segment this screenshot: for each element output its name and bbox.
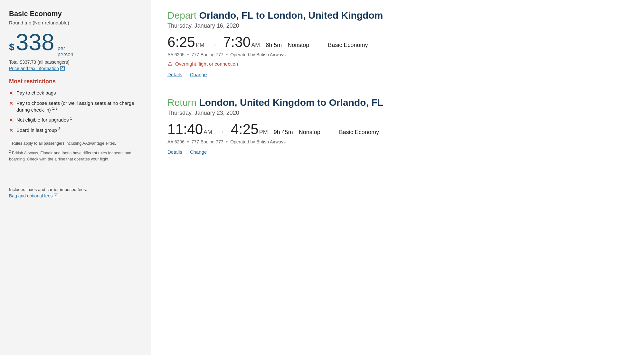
depart-nonstop: Nonstop	[288, 42, 309, 49]
return-flight-number: AA 6206	[167, 139, 185, 144]
depart-details-link[interactable]: Details	[167, 72, 182, 77]
depart-operated: Operated by British Airways	[230, 52, 286, 57]
depart-arrive-value: 7:30AM	[223, 35, 260, 49]
return-times: 11:40AM → 4:25PM 9h 45m Nonstop Basic Ec…	[167, 122, 628, 136]
return-header: Return London, United Kingdom to Orlando…	[167, 97, 628, 116]
x-icon: ✕	[9, 100, 13, 107]
external-link-icon	[60, 66, 65, 71]
depart-times: 6:25PM → 7:30AM 8h 5m Nonstop Basic Econ…	[167, 35, 628, 49]
depart-label: Depart	[167, 10, 196, 21]
restrictions-title: Most restrictions	[9, 78, 142, 85]
arrow-icon: →	[218, 128, 225, 136]
separator: ▪	[226, 52, 228, 58]
separator: ▪	[226, 139, 228, 145]
return-arrive-value: 4:25PM	[231, 122, 268, 136]
return-operated: Operated by British Airways	[230, 139, 286, 144]
x-icon: ✕	[9, 127, 13, 134]
restriction-text: Pay to choose seats (or we'll assign sea…	[16, 100, 142, 113]
depart-flight-number: AA 6205	[167, 52, 185, 57]
depart-change-link[interactable]: Change	[190, 72, 207, 77]
external-link-icon	[54, 194, 58, 198]
price-tax-link[interactable]: Price and tax information	[9, 66, 142, 71]
restriction-text: Board in last group 2	[16, 127, 60, 133]
bag-link[interactable]: Bag and optional fees	[9, 193, 142, 198]
warning-icon: ⚠	[167, 60, 173, 67]
arrow-icon: →	[210, 41, 217, 49]
sidebar-title: Basic Economy	[9, 10, 142, 18]
return-links: Details | Change	[167, 149, 628, 155]
depart-header: Depart Orlando, FL to London, United Kin…	[167, 10, 628, 29]
restriction-item-bags: ✕ Pay to check bags	[9, 89, 142, 96]
depart-date: Thursday, January 16, 2020	[167, 23, 628, 29]
return-details-link[interactable]: Details	[167, 149, 182, 155]
price-dollar-sign: $	[9, 41, 14, 52]
return-nonstop: Nonstop	[299, 129, 320, 136]
depart-route-title: Depart Orlando, FL to London, United Kin…	[167, 10, 628, 21]
overnight-warning: ⚠ Overnight flight or connection	[167, 60, 628, 67]
main-content: Depart Orlando, FL to London, United Kin…	[151, 0, 644, 355]
footer-text: Includes taxes and carrier imposed fees.	[9, 187, 142, 192]
price-row: $ 338 perperson	[9, 31, 142, 58]
price-amount: 338	[16, 31, 54, 54]
return-label: Return	[167, 97, 196, 108]
restriction-item-upgrades: ✕ Not eligible for upgrades 1	[9, 116, 142, 123]
depart-aircraft: 777-Boeing 777	[192, 52, 223, 57]
price-total: Total $337.73 (all passengers)	[9, 59, 142, 65]
return-cabin: Basic Economy	[339, 129, 379, 136]
return-aircraft: 777-Boeing 777	[192, 139, 223, 144]
footnote-1: 1 Rules apply to all passengers includin…	[9, 140, 142, 147]
depart-time-value: 6:25PM	[167, 35, 204, 49]
return-change-link[interactable]: Change	[190, 149, 207, 155]
return-details-row: AA 6206 ▪ 777-Boeing 777 ▪ Operated by B…	[167, 139, 628, 145]
depart-duration: 8h 5m	[266, 42, 282, 49]
overnight-text: Overnight flight or connection	[175, 61, 238, 67]
return-route: London, United Kingdom to Orlando, FL	[199, 97, 383, 108]
x-icon: ✕	[9, 90, 13, 96]
restriction-item-boarding: ✕ Board in last group 2	[9, 127, 142, 134]
link-separator: |	[185, 149, 187, 155]
restriction-list: ✕ Pay to check bags ✕ Pay to choose seat…	[9, 89, 142, 134]
sidebar: Basic Economy Round trip (Non-refundable…	[0, 0, 151, 355]
depart-links: Details | Change	[167, 72, 628, 77]
separator: ▪	[187, 139, 189, 145]
restriction-text: Not eligible for upgrades 1	[16, 116, 72, 123]
x-icon: ✕	[9, 117, 13, 123]
price-per-person: perperson	[58, 45, 73, 58]
depart-route: Orlando, FL to London, United Kingdom	[199, 10, 383, 21]
footnote-2: 2 British Airways, Finnair and Iberia ha…	[9, 149, 142, 162]
return-route-title: Return London, United Kingdom to Orlando…	[167, 97, 628, 108]
return-section: Return London, United Kingdom to Orlando…	[167, 87, 628, 164]
footnotes: 1 Rules apply to all passengers includin…	[9, 140, 142, 162]
link-separator: |	[185, 72, 187, 77]
restriction-text: Pay to check bags	[16, 89, 56, 96]
depart-details-row: AA 6205 ▪ 777-Boeing 777 ▪ Operated by B…	[167, 52, 628, 58]
return-date: Thursday, January 23, 2020	[167, 110, 628, 116]
sidebar-subtitle: Round trip (Non-refundable)	[9, 20, 142, 25]
return-depart-value: 11:40AM	[167, 122, 212, 136]
return-duration: 9h 45m	[274, 129, 293, 136]
depart-cabin: Basic Economy	[328, 42, 368, 49]
separator: ▪	[187, 52, 189, 58]
restriction-item-seats: ✕ Pay to choose seats (or we'll assign s…	[9, 100, 142, 113]
depart-section: Depart Orlando, FL to London, United Kin…	[167, 10, 628, 87]
